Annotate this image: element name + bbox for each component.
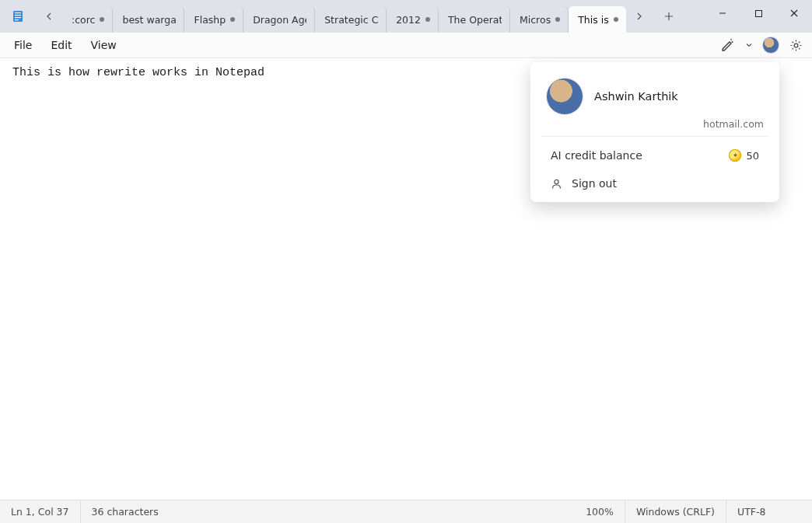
- svg-rect-5: [755, 10, 761, 16]
- svg-rect-3: [15, 17, 21, 18]
- document-tab[interactable]: :corc: [62, 6, 113, 33]
- status-char-count: 36 characters: [81, 500, 170, 523]
- person-icon: [551, 178, 562, 190]
- tab-scroll-left-button[interactable]: [36, 3, 62, 30]
- document-tab[interactable]: Strategic Co: [315, 6, 387, 33]
- avatar-icon: [762, 37, 779, 54]
- menu-bar: File Edit View: [0, 33, 812, 58]
- ai-credit-value: 50: [746, 150, 759, 162]
- menu-view[interactable]: View: [82, 35, 126, 55]
- svg-point-6: [732, 41, 733, 43]
- window-controls: [705, 0, 812, 26]
- ai-credit-row[interactable]: AI credit balance 50: [535, 141, 775, 169]
- notepad-app-icon: [0, 10, 36, 23]
- account-name: Ashwin Karthik: [594, 90, 678, 103]
- tab-label: The Operatic: [448, 14, 502, 26]
- ai-rewrite-button[interactable]: [716, 33, 739, 57]
- document-tab[interactable]: best wargam: [113, 6, 184, 33]
- close-button[interactable]: [776, 0, 812, 26]
- tab-scroll-right-button[interactable]: [626, 3, 653, 30]
- status-cursor-position[interactable]: Ln 1, Col 37: [0, 500, 81, 523]
- tab-label: This is: [578, 14, 609, 26]
- account-popup: Ashwin Karthik hotmail.com AI credit bal…: [530, 62, 779, 202]
- tab-label: Strategic Co: [324, 14, 378, 26]
- ai-rewrite-dropdown[interactable]: [740, 33, 758, 57]
- tab-strip: :corcbest wargamFlashpDragon AgeStrategi…: [62, 0, 626, 33]
- tab-label: Dragon Age: [253, 14, 306, 26]
- document-tab[interactable]: The Operatic: [439, 6, 510, 33]
- menu-edit[interactable]: Edit: [41, 35, 81, 55]
- sign-out-label: Sign out: [572, 177, 617, 190]
- document-tab[interactable]: This is: [569, 6, 626, 33]
- tab-label: :corc: [72, 14, 95, 26]
- title-bar: :corcbest wargamFlashpDragon AgeStrategi…: [0, 0, 812, 33]
- svg-point-8: [555, 180, 558, 183]
- sign-out-row[interactable]: Sign out: [535, 169, 775, 197]
- menu-file[interactable]: File: [5, 35, 41, 55]
- maximize-button[interactable]: [740, 0, 776, 26]
- document-tab[interactable]: Dragon Age: [243, 6, 315, 33]
- ai-credit-label: AI credit balance: [551, 149, 642, 162]
- status-zoom[interactable]: 100%: [575, 500, 625, 523]
- svg-rect-2: [15, 15, 21, 16]
- account-avatar: [546, 78, 583, 115]
- modified-indicator-icon: [614, 17, 618, 22]
- document-tab[interactable]: Micros: [510, 6, 569, 33]
- modified-indicator-icon: [555, 17, 560, 22]
- account-button[interactable]: [759, 33, 782, 57]
- settings-button[interactable]: [784, 33, 807, 57]
- tab-label: best wargam: [122, 14, 176, 26]
- svg-rect-1: [15, 12, 21, 13]
- svg-point-7: [794, 44, 798, 47]
- account-email: hotmail.com: [530, 118, 779, 130]
- status-line-ending[interactable]: Windows (CRLF): [625, 500, 726, 523]
- modified-indicator-icon: [425, 17, 430, 22]
- modified-indicator-icon: [230, 17, 235, 22]
- status-encoding[interactable]: UTF-8: [726, 500, 812, 523]
- svg-rect-4: [15, 19, 19, 20]
- tab-label: Micros: [520, 14, 551, 26]
- document-tab[interactable]: Flashp: [184, 6, 243, 33]
- tab-label: Flashp: [194, 14, 226, 26]
- new-tab-button[interactable]: [656, 3, 682, 30]
- coin-icon: [729, 149, 741, 162]
- divider: [541, 136, 768, 137]
- status-bar: Ln 1, Col 37 36 characters 100% Windows …: [0, 500, 812, 523]
- modified-indicator-icon: [100, 17, 104, 22]
- minimize-button[interactable]: [705, 0, 740, 26]
- document-tab[interactable]: 2012: [387, 6, 439, 33]
- tab-label: 2012: [396, 14, 421, 26]
- gear-icon: [789, 39, 803, 52]
